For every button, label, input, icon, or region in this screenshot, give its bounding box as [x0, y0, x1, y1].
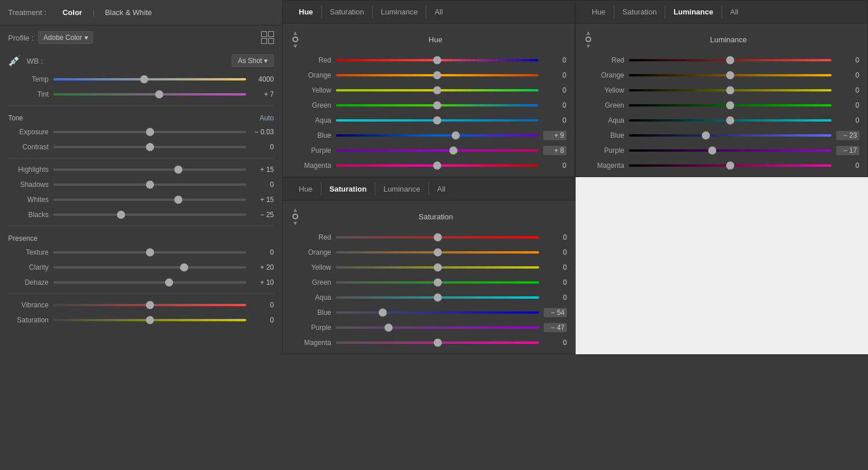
- target-icon[interactable]: [292, 36, 298, 42]
- hue-aqua-slider[interactable]: [336, 119, 539, 122]
- lum-arrow-up[interactable]: ▲: [584, 30, 593, 36]
- sat-magenta-slider[interactable]: [336, 342, 539, 344]
- hue-blue-slider[interactable]: [336, 134, 539, 137]
- lum-aqua-slider[interactable]: [629, 119, 832, 122]
- lum-red-slider[interactable]: [629, 59, 832, 61]
- hue-red-thumb[interactable]: [433, 56, 441, 64]
- exposure-thumb[interactable]: [146, 128, 154, 136]
- hue-arrows[interactable]: ▲ ▼: [291, 30, 300, 49]
- sat-orange-thumb[interactable]: [434, 248, 442, 256]
- sat-target-icon[interactable]: [292, 214, 298, 219]
- tab-hue-sat[interactable]: Saturation: [322, 5, 373, 19]
- lum-green-thumb[interactable]: [726, 101, 734, 109]
- texture-thumb[interactable]: [146, 248, 154, 256]
- texture-slider[interactable]: [53, 251, 246, 254]
- sat-blue-thumb[interactable]: [379, 309, 387, 317]
- contrast-thumb[interactable]: [146, 143, 154, 151]
- dehaze-slider[interactable]: [53, 281, 246, 284]
- hue-arrow-up[interactable]: ▲: [291, 30, 300, 36]
- lum-arrows[interactable]: ▲ ▼: [584, 30, 593, 49]
- hue-aqua-thumb[interactable]: [433, 116, 441, 124]
- blacks-thumb[interactable]: [117, 211, 125, 219]
- vibrance-thumb[interactable]: [146, 301, 154, 309]
- sat-arrow-down[interactable]: ▼: [291, 220, 300, 226]
- hue-green-thumb[interactable]: [433, 101, 441, 109]
- hue-orange-thumb[interactable]: [433, 71, 441, 79]
- lum-blue-slider[interactable]: [629, 134, 832, 137]
- lum-purple-thumb[interactable]: [708, 146, 716, 155]
- lum-yellow-slider[interactable]: [629, 89, 832, 91]
- sat-purple-slider[interactable]: [336, 326, 539, 329]
- tab-sat-hue[interactable]: Hue: [291, 182, 321, 196]
- lum-target-icon[interactable]: [585, 36, 591, 42]
- sat-red-thumb[interactable]: [434, 233, 442, 241]
- clarity-slider[interactable]: [53, 266, 246, 269]
- lum-green-slider[interactable]: [629, 104, 832, 107]
- temp-thumb[interactable]: [140, 75, 148, 83]
- tab-sat-all[interactable]: All: [429, 182, 453, 196]
- temp-slider[interactable]: [53, 78, 246, 80]
- highlights-thumb[interactable]: [174, 166, 182, 174]
- lum-magenta-thumb[interactable]: [726, 161, 734, 170]
- sat-green-thumb[interactable]: [434, 278, 442, 287]
- auto-button[interactable]: Auto: [259, 114, 274, 122]
- lum-purple-slider[interactable]: [629, 149, 832, 152]
- tab-hue-lum[interactable]: Luminance: [373, 5, 427, 19]
- hue-purple-slider[interactable]: [336, 149, 539, 152]
- treatment-bw[interactable]: Black & White: [100, 7, 156, 18]
- tab-hue-hue[interactable]: Hue: [291, 5, 322, 19]
- vibrance-slider[interactable]: [53, 304, 246, 306]
- lum-aqua-thumb[interactable]: [726, 116, 734, 124]
- exposure-slider[interactable]: [53, 131, 246, 133]
- highlights-slider[interactable]: [53, 168, 246, 171]
- shadows-slider[interactable]: [53, 183, 246, 186]
- tab-lum-sat[interactable]: Saturation: [614, 5, 665, 19]
- sat-aqua-thumb[interactable]: [434, 293, 442, 302]
- lum-orange-slider[interactable]: [629, 74, 832, 76]
- hue-arrow-down[interactable]: ▼: [291, 43, 300, 49]
- sat-aqua-slider[interactable]: [336, 296, 539, 299]
- sat-yellow-thumb[interactable]: [434, 263, 442, 271]
- lum-magenta-slider[interactable]: [629, 164, 832, 167]
- hue-blue-thumb[interactable]: [452, 131, 460, 139]
- blacks-slider[interactable]: [53, 214, 246, 216]
- contrast-slider[interactable]: [53, 146, 246, 148]
- sat-yellow-slider[interactable]: [336, 266, 539, 269]
- lum-arrow-down[interactable]: ▼: [584, 43, 593, 49]
- tab-sat-lum[interactable]: Luminance: [375, 182, 429, 196]
- tab-lum-hue[interactable]: Hue: [584, 5, 614, 19]
- hue-yellow-slider[interactable]: [336, 89, 539, 91]
- hue-yellow-thumb[interactable]: [433, 86, 441, 94]
- tint-slider[interactable]: [53, 93, 246, 96]
- hue-magenta-thumb[interactable]: [433, 161, 441, 170]
- hue-red-slider[interactable]: [336, 59, 539, 61]
- sat-red-slider[interactable]: [336, 236, 539, 238]
- dehaze-thumb[interactable]: [165, 278, 173, 287]
- profile-grid-button[interactable]: [261, 31, 274, 44]
- saturation-thumb[interactable]: [146, 316, 154, 324]
- tab-lum-all[interactable]: All: [722, 5, 746, 19]
- tab-sat-sat[interactable]: Saturation: [321, 182, 375, 196]
- wb-select[interactable]: As Shot ▾: [232, 54, 274, 67]
- tint-thumb[interactable]: [155, 90, 163, 98]
- profile-select[interactable]: Adobe Color ▾: [38, 31, 93, 44]
- tab-hue-all[interactable]: All: [426, 5, 451, 19]
- hue-orange-slider[interactable]: [336, 74, 539, 76]
- sat-arrow-up[interactable]: ▲: [291, 207, 300, 213]
- whites-thumb[interactable]: [174, 196, 182, 204]
- lum-yellow-thumb[interactable]: [726, 86, 734, 94]
- lum-orange-thumb[interactable]: [726, 71, 734, 79]
- sat-purple-thumb[interactable]: [384, 324, 393, 332]
- eyedropper-icon[interactable]: 💉: [8, 54, 21, 67]
- sat-green-slider[interactable]: [336, 281, 539, 284]
- lum-blue-thumb[interactable]: [702, 131, 710, 139]
- sat-magenta-thumb[interactable]: [434, 339, 442, 347]
- sat-orange-slider[interactable]: [336, 251, 539, 254]
- treatment-color[interactable]: Color: [58, 7, 87, 18]
- shadows-thumb[interactable]: [146, 181, 154, 189]
- hue-magenta-slider[interactable]: [336, 164, 539, 167]
- sat-blue-slider[interactable]: [336, 311, 539, 314]
- hue-purple-thumb[interactable]: [449, 146, 457, 155]
- whites-slider[interactable]: [53, 199, 246, 201]
- tab-lum-lum[interactable]: Luminance: [665, 5, 722, 19]
